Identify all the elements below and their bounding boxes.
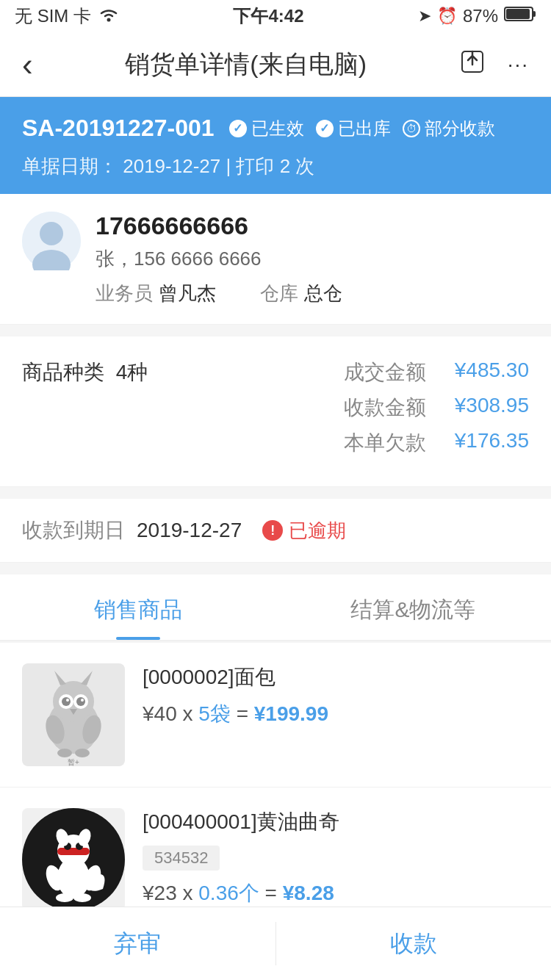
customer-meta: 业务员 曾凡杰 仓库 总仓 bbox=[96, 281, 529, 306]
more-icon[interactable]: ··· bbox=[508, 53, 529, 76]
product-list: 暂+ [0000002]面包 ¥40 x 5袋 = ¥199.99 bbox=[0, 643, 551, 932]
badge-shipped-label: 已出库 bbox=[338, 117, 391, 140]
due-date-value: 2019-12-27 bbox=[137, 519, 242, 542]
status-bar: 无 SIM 卡 下午4:42 ➤ ⏰ 87% bbox=[0, 0, 551, 32]
trade-value: ¥485.30 bbox=[441, 359, 529, 386]
product-info-1: [0000002]面包 ¥40 x 5袋 = ¥199.99 bbox=[143, 663, 529, 728]
price-x-1: x bbox=[183, 702, 199, 725]
list-item: 暂+ [0000002]面包 ¥40 x 5袋 = ¥199.99 bbox=[0, 643, 551, 788]
receipt-label: 收款金额 bbox=[344, 394, 426, 422]
avatar bbox=[22, 212, 81, 270]
order-header: SA-20191227-001 ✓ 已生效 ✓ 已出库 ⏱ 部分收款 单据日期：… bbox=[0, 97, 551, 194]
tab-active-indicator bbox=[116, 637, 160, 640]
debt-value: ¥176.35 bbox=[441, 429, 529, 457]
summary-row: 商品种类 4种 成交金额 ¥485.30 收款金额 ¥308.95 本单欠款 ¥… bbox=[22, 359, 529, 464]
price-unit-2: ¥23 bbox=[143, 882, 177, 904]
status-carrier: 无 SIM 卡 bbox=[15, 4, 119, 28]
order-date-value: 2019-12-27 bbox=[123, 155, 220, 177]
receipt-amount-row: 收款金额 ¥308.95 bbox=[344, 394, 529, 422]
product-price-2: ¥23 x 0.36个 = ¥8.28 bbox=[143, 879, 529, 907]
order-id: SA-20191227-001 bbox=[22, 115, 215, 142]
status-time: 下午4:42 bbox=[233, 4, 303, 28]
tab-sales-label: 销售商品 bbox=[94, 597, 182, 621]
badge-partial: ⏱ 部分收款 bbox=[403, 117, 495, 140]
order-print-info: | 打印 2 次 bbox=[226, 155, 314, 177]
product-name-1: [0000002]面包 bbox=[143, 663, 529, 691]
debt-amount-row: 本单欠款 ¥176.35 bbox=[344, 429, 529, 457]
product-name-2: [000400001]黄油曲奇 bbox=[143, 808, 529, 836]
product-price-1: ¥40 x 5袋 = ¥199.99 bbox=[143, 700, 529, 728]
category-count: 4种 bbox=[116, 361, 148, 383]
order-date-row: 单据日期： 2019-12-27 | 打印 2 次 bbox=[22, 154, 529, 179]
product-info-2: [000400001]黄油曲奇 534532 ¥23 x 0.36个 = ¥8.… bbox=[143, 808, 529, 907]
order-badges: ✓ 已生效 ✓ 已出库 ⏱ 部分收款 bbox=[229, 117, 495, 140]
back-button[interactable]: ‹ bbox=[22, 46, 33, 83]
svg-rect-3 bbox=[506, 9, 530, 19]
nav-actions: ··· bbox=[459, 48, 529, 80]
content-area: SA-20191227-001 ✓ 已生效 ✓ 已出库 ⏱ 部分收款 单据日期：… bbox=[0, 97, 551, 980]
svg-point-23 bbox=[75, 749, 90, 757]
trade-label: 成交金额 bbox=[344, 359, 426, 386]
carrier-text: 无 SIM 卡 bbox=[15, 4, 91, 28]
collect-label: 收款 bbox=[390, 928, 437, 960]
reject-label: 弃审 bbox=[114, 928, 161, 960]
category-label: 商品种类 bbox=[22, 361, 104, 383]
svg-rect-28 bbox=[57, 848, 90, 855]
check-icon: ✓ bbox=[229, 120, 247, 137]
page-title: 销货单详情(来自电脑) bbox=[125, 48, 367, 82]
price-total-2: ¥8.28 bbox=[283, 882, 334, 904]
badge-partial-label: 部分收款 bbox=[425, 117, 495, 140]
amounts: 成交金额 ¥485.30 收款金额 ¥308.95 本单欠款 ¥176.35 bbox=[344, 359, 529, 464]
battery-icon bbox=[504, 6, 536, 26]
price-eq-1: = bbox=[237, 702, 254, 725]
tab-settlement[interactable]: 结算&物流等 bbox=[276, 574, 551, 640]
price-eq-2: = bbox=[265, 882, 283, 904]
salesman-label: 业务员 bbox=[96, 281, 153, 306]
price-x-2: x bbox=[183, 882, 199, 904]
svg-rect-2 bbox=[533, 11, 536, 17]
product-image-1: 暂+ bbox=[22, 663, 125, 766]
warehouse-label: 仓库 bbox=[260, 281, 298, 306]
tabs-row: 销售商品 结算&物流等 bbox=[0, 574, 551, 640]
receipt-value: ¥308.95 bbox=[441, 394, 529, 422]
svg-point-15 bbox=[62, 697, 71, 706]
bottom-bar: 弃审 收款 bbox=[0, 907, 551, 980]
customer-info: 17666666666 张，156 6666 6666 业务员 曾凡杰 仓库 总… bbox=[96, 212, 529, 306]
svg-text:暂+: 暂+ bbox=[68, 758, 79, 766]
debt-label: 本单欠款 bbox=[344, 429, 426, 457]
location-icon: ➤ bbox=[418, 7, 431, 26]
nav-bar: ‹ 销货单详情(来自电脑) ··· bbox=[0, 32, 551, 97]
reject-button[interactable]: 弃审 bbox=[0, 907, 276, 980]
svg-point-16 bbox=[76, 697, 85, 706]
salesman-value: 曾凡杰 bbox=[159, 281, 216, 306]
badge-effective-label: 已生效 bbox=[251, 117, 304, 140]
price-qty-1: 5袋 bbox=[198, 702, 231, 725]
status-indicators: ➤ ⏰ 87% bbox=[418, 6, 536, 26]
trade-amount-row: 成交金额 ¥485.30 bbox=[344, 359, 529, 386]
battery-text: 87% bbox=[463, 6, 498, 26]
price-qty-2: 0.36个 bbox=[198, 882, 259, 904]
svg-point-0 bbox=[107, 18, 111, 22]
svg-point-35 bbox=[56, 893, 73, 902]
due-label: 收款到期日 bbox=[22, 516, 125, 544]
salesman-info: 业务员 曾凡杰 bbox=[96, 281, 216, 306]
wifi-icon bbox=[98, 6, 119, 26]
overdue-badge: ! 已逾期 bbox=[262, 518, 346, 544]
customer-full-name: 张，156 6666 6666 bbox=[96, 246, 529, 272]
product-image-2 bbox=[22, 808, 125, 911]
tab-sales-products[interactable]: 销售商品 bbox=[0, 574, 276, 640]
price-total-1: ¥199.99 bbox=[254, 702, 328, 725]
collect-button[interactable]: 收款 bbox=[276, 907, 552, 980]
price-unit-1: ¥40 bbox=[143, 702, 177, 725]
summary-section: 商品种类 4种 成交金额 ¥485.30 收款金额 ¥308.95 本单欠款 ¥… bbox=[0, 336, 551, 487]
svg-point-6 bbox=[40, 222, 63, 245]
tabs-section: 销售商品 结算&物流等 bbox=[0, 574, 551, 641]
tab-settlement-label: 结算&物流等 bbox=[350, 597, 475, 621]
product-batch-2: 534532 bbox=[143, 846, 220, 871]
warehouse-value: 总仓 bbox=[304, 281, 342, 306]
customer-phone-name: 17666666666 bbox=[96, 212, 529, 240]
share-icon[interactable] bbox=[459, 48, 486, 80]
warehouse-info: 仓库 总仓 bbox=[260, 281, 342, 306]
clock-icon: ⏱ bbox=[403, 120, 420, 137]
svg-point-36 bbox=[73, 893, 91, 902]
